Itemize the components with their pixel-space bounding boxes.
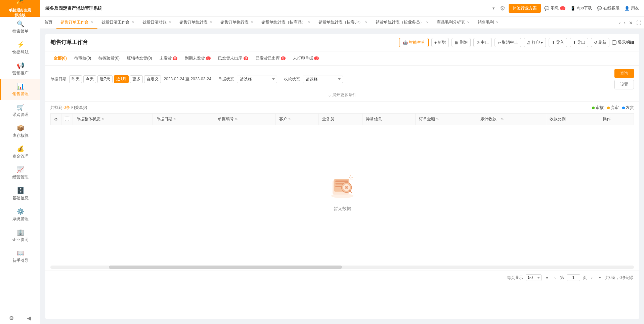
ship-action-btn[interactable]: 发货: [622, 105, 634, 111]
th-number[interactable]: 单据编号 ⇅: [214, 114, 275, 125]
tabs-maximize[interactable]: ⛶: [635, 19, 642, 26]
stop-btn[interactable]: ⊘ 中止: [473, 38, 492, 47]
experience-btn[interactable]: 体验行业方案: [509, 4, 541, 13]
next-page-btn[interactable]: ›: [590, 275, 594, 281]
tab-cash-reconcile[interactable]: 钱货日清对账 ✕: [138, 17, 175, 29]
page-input[interactable]: [567, 274, 580, 281]
filter-tab-overdue[interactable]: 到期未发货 0: [181, 54, 214, 63]
tab-cash-daily[interactable]: 钱货日清工作台 ✕: [97, 17, 138, 29]
cancel-review-action-btn[interactable]: 弃审: [607, 105, 619, 111]
tab-sales-more[interactable]: 销售毛利 ✕: [474, 17, 503, 29]
filter-tab-pending-review[interactable]: 待审核(0): [71, 54, 95, 63]
tab-close-profit-analysis[interactable]: ✕: [467, 21, 470, 24]
page-size-select[interactable]: 10 20 50 100: [526, 274, 542, 281]
app-download-btn[interactable]: 📱 App下载: [570, 5, 592, 11]
date-btn-custom[interactable]: 自定义: [144, 75, 161, 83]
sidebar-item-finance[interactable]: 💰 资金管理: [0, 142, 40, 163]
tab-sales-workbench[interactable]: 销售订单工作台 ✕: [56, 17, 97, 29]
sidebar-item-operations[interactable]: 📈 经营管理: [0, 163, 40, 184]
user-btn[interactable]: 👤 用友: [625, 5, 639, 11]
topbar-settings-icon[interactable]: ⚙: [500, 5, 505, 12]
show-detail-toggle[interactable]: 显示明细: [612, 40, 634, 45]
th-date[interactable]: 单据日期 ⇅: [153, 114, 214, 125]
tab-close-sales-exec[interactable]: ✕: [251, 21, 253, 24]
tab-close-sales-stat[interactable]: ✕: [210, 21, 212, 24]
tab-close-cash-reconcile[interactable]: ✕: [169, 21, 171, 24]
filter-tab-shipped-not-out[interactable]: 已发货未出库 0: [215, 54, 251, 63]
smart-gen-btn[interactable]: 🤖 智能生单: [399, 38, 429, 47]
topbar-dropdown-icon[interactable]: ▾: [492, 6, 495, 11]
tab-sales-exec[interactable]: 销售订单执行表 ✕: [216, 17, 257, 29]
sidebar-item-inventory[interactable]: 📦 库存核算: [0, 121, 40, 142]
delete-btn[interactable]: 🗑 删除: [452, 38, 471, 47]
th-collected[interactable]: 累计收款... ⇅: [477, 114, 546, 125]
th-status[interactable]: 单据整体状态 ⇅: [73, 114, 153, 125]
date-btn-yesterday[interactable]: 昨天: [69, 75, 82, 83]
tab-sales-by-customer[interactable]: 销货单统计表（按客户） ✕: [314, 17, 372, 29]
tab-sales-by-staff[interactable]: 销货单统计表（按业务员） ✕: [372, 17, 433, 29]
expand-more-btn[interactable]: ⌄ 展开更多条件: [328, 92, 356, 98]
date-btn-7days[interactable]: 近7天: [97, 75, 113, 83]
date-range-display: 2023-02-24 至 2023-03-24: [164, 76, 211, 82]
cancel-stop-btn[interactable]: ↩ 取消中止: [495, 38, 521, 47]
show-detail-checkbox[interactable]: [612, 40, 616, 45]
tabs-scroll-left[interactable]: ‹: [618, 19, 622, 26]
date-btn-1month[interactable]: 近1月: [114, 75, 129, 83]
tab-close-cash-daily[interactable]: ✕: [132, 21, 134, 24]
last-page-btn[interactable]: »: [597, 275, 603, 281]
sidebar-item-sales[interactable]: 📊 销售管理: [0, 79, 40, 100]
tab-home[interactable]: 首页: [40, 17, 56, 29]
message-btn[interactable]: 💬 消息 6: [544, 5, 565, 11]
filter-tab-pending-check[interactable]: 待拣验货(0): [95, 54, 123, 63]
tab-profit-analysis[interactable]: 商品毛利分析表 ✕: [433, 17, 474, 29]
filter-tab-shipped-out[interactable]: 已发货已出库 0: [252, 54, 289, 63]
sidebar-item-newbie[interactable]: 📖 新手引导: [0, 246, 40, 267]
sidebar-item-purchase[interactable]: 🛒 采购管理: [0, 100, 40, 121]
th-checkbox[interactable]: [61, 114, 73, 125]
th-customer[interactable]: 客户 ⇅: [275, 114, 318, 125]
date-btn-today[interactable]: 今天: [83, 75, 96, 83]
tab-sales-by-product[interactable]: 销货单统计表（按商品） ✕: [257, 17, 314, 29]
filter-tab-not-shipped[interactable]: 未发货 0: [156, 54, 181, 63]
table-scroll[interactable]: ⚙ 单据整体状态 ⇅: [50, 113, 634, 259]
tab-close-sales-workbench[interactable]: ✕: [91, 21, 93, 24]
collapse-icon[interactable]: ◀: [27, 315, 31, 321]
th-amount[interactable]: 订单金额 ⇅: [416, 114, 477, 125]
filter-tab-not-printed[interactable]: 未打印单据 0: [290, 54, 322, 63]
setting-btn[interactable]: 设置: [614, 80, 634, 89]
tabs-close-all[interactable]: ✕: [628, 19, 634, 26]
query-btn[interactable]: 查询: [614, 69, 634, 78]
th-settings[interactable]: ⚙: [51, 114, 61, 125]
tab-close-sales-by-staff[interactable]: ✕: [426, 21, 429, 24]
settings-bottom-icon[interactable]: ⚙: [9, 315, 14, 321]
date-btn-more[interactable]: 更多: [130, 75, 143, 83]
scroll-thumb[interactable]: [109, 266, 342, 269]
sidebar-item-marketing[interactable]: 📢 营销推广: [0, 58, 40, 79]
status-select[interactable]: 请选择: [237, 76, 277, 83]
online-service-btn[interactable]: 💬 在线客服: [597, 5, 619, 11]
horizontal-scrollbar[interactable]: [50, 266, 634, 269]
export-btn[interactable]: ⬇ 导出: [570, 38, 588, 47]
sidebar-item-quick[interactable]: ⚡ 快捷导航: [0, 38, 40, 58]
import-btn[interactable]: ⬆ 导入: [549, 38, 567, 47]
tabs-scroll-right[interactable]: ›: [622, 19, 627, 26]
review-action-btn[interactable]: 审核: [592, 105, 604, 111]
filter-tab-all[interactable]: 全部(0): [50, 54, 70, 63]
prev-page-btn[interactable]: ‹: [553, 275, 557, 281]
tab-close-sales-by-customer[interactable]: ✕: [365, 21, 368, 24]
tab-close-sales-by-product[interactable]: ✕: [308, 21, 310, 24]
tab-close-sales-more[interactable]: ✕: [496, 21, 499, 24]
add-btn[interactable]: + 新增: [431, 38, 449, 47]
sidebar-item-system[interactable]: ⚙️ 系统管理: [0, 204, 40, 225]
sidebar-item-basics[interactable]: 🗄️ 基础信息: [0, 184, 40, 204]
first-page-btn[interactable]: «: [544, 275, 550, 281]
tab-sales-stat[interactable]: 销售订单统计表 ✕: [175, 17, 216, 29]
refresh-btn[interactable]: ↺ 刷新: [591, 38, 609, 47]
sidebar-item-enterprise[interactable]: 🏢 企业协同: [0, 225, 40, 246]
sidebar-item-search[interactable]: 🔍 搜索菜单: [0, 17, 40, 38]
sidebar-label-operations: 经营管理: [12, 174, 29, 180]
filter-tab-wangpu[interactable]: 旺铺待发货(0): [124, 54, 156, 63]
payment-select[interactable]: 请选择: [303, 76, 343, 83]
select-all-checkbox[interactable]: [65, 117, 69, 121]
print-btn[interactable]: 🖨 打印 ▾: [524, 38, 546, 47]
